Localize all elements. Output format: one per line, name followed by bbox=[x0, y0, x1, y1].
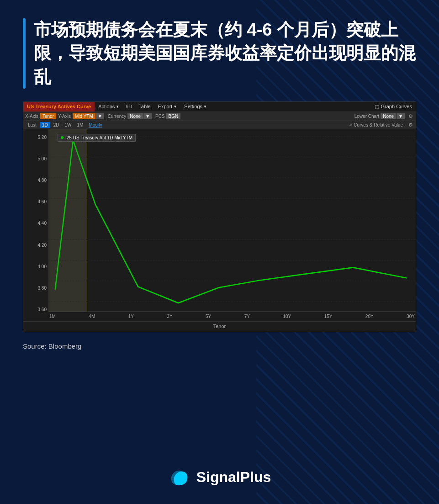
x-label-1y: 1Y bbox=[128, 314, 134, 319]
y-label-520: 5.20 bbox=[25, 135, 47, 140]
lower-chart-value[interactable]: None bbox=[381, 113, 396, 119]
page-title: 市场预期债务会在夏末（约 4-6 个月后）突破上限，导致短期美国国库券收益率定价… bbox=[34, 18, 416, 89]
y-label-420: 4.20 bbox=[25, 243, 47, 248]
x-label-4m: 4M bbox=[89, 314, 95, 319]
lower-chart-label: Lower Chart bbox=[354, 114, 379, 119]
modify-button[interactable]: Modify bbox=[87, 122, 104, 128]
x-label-15y: 15Y bbox=[324, 314, 333, 319]
export-button[interactable]: Export ▼ bbox=[154, 102, 181, 111]
y-label-480: 4.80 bbox=[25, 178, 47, 183]
tooltip-dot bbox=[61, 136, 63, 139]
x-label-1m: 1M bbox=[49, 314, 56, 319]
actions-button[interactable]: Actions ▼ bbox=[95, 102, 123, 111]
settings-arrow-icon: ▼ bbox=[203, 105, 207, 109]
settings-button[interactable]: Settings ▼ bbox=[180, 102, 211, 111]
signal-word: Signal bbox=[196, 469, 240, 485]
bgn-value[interactable]: BGN bbox=[166, 113, 181, 119]
y-axis: 5.20 5.00 4.80 4.60 4.40 4.20 4.00 3.80 … bbox=[23, 129, 48, 321]
y-label-380: 3.80 bbox=[25, 286, 47, 291]
x-label-5y: 5Y bbox=[206, 314, 211, 319]
x-label-7y: 7Y bbox=[244, 314, 250, 319]
toolbar2-right: Lower Chart None ▼ ⚙ bbox=[354, 113, 416, 119]
export-arrow-icon: ▼ bbox=[173, 105, 177, 109]
chart-tab-active[interactable]: US Treasury Actives Curve bbox=[23, 102, 95, 111]
y-label-400: 4.00 bbox=[25, 264, 47, 269]
bloomberg-chart: US Treasury Actives Curve Actions ▼ 9D T… bbox=[23, 101, 416, 332]
title-section: 市场预期债务会在夏末（约 4-6 个月后）突破上限，导致短期美国国库券收益率定价… bbox=[23, 18, 416, 89]
time-btn-1d[interactable]: 1D bbox=[40, 122, 50, 128]
xaxis-label: X-Axis bbox=[23, 114, 40, 119]
y-label-460: 4.60 bbox=[25, 199, 47, 204]
pcs-label: PCS bbox=[152, 114, 166, 119]
graph-curves-icon: ⬚ bbox=[375, 104, 379, 110]
x-label-20y: 20Y bbox=[365, 314, 374, 319]
footer: SignalSignalPlusPlus bbox=[23, 468, 416, 490]
chart-toolbar-row1: US Treasury Actives Curve Actions ▼ 9D T… bbox=[23, 102, 416, 112]
time-btn-2d[interactable]: 2D bbox=[52, 122, 61, 128]
chart-tooltip: I25 US Treasury Act 1D Mid YTM bbox=[58, 134, 136, 142]
gear-icon[interactable]: ⚙ bbox=[408, 113, 413, 119]
toolbar3-right: « Curves & Relative Value ⚙ bbox=[349, 122, 416, 128]
blue-border-decoration bbox=[23, 18, 26, 89]
chart-area: I25 US Treasury Act 1D Mid YTM bbox=[48, 129, 416, 321]
actions-arrow-icon: ▼ bbox=[116, 105, 119, 109]
x-label-10y: 10Y bbox=[283, 314, 291, 319]
y-label-440: 4.40 bbox=[25, 221, 47, 226]
time-btn-1w[interactable]: 1W bbox=[63, 122, 74, 128]
currency-dropdown[interactable]: ▼ bbox=[143, 113, 152, 119]
graph-curves-label: Graph Curves bbox=[381, 104, 412, 109]
time-btn-1m[interactable]: 1M bbox=[75, 122, 85, 128]
yaxis-dropdown[interactable]: ▼ bbox=[96, 113, 104, 119]
curves-gear-icon[interactable]: ⚙ bbox=[408, 122, 413, 128]
yield-curve-svg bbox=[48, 129, 416, 321]
x-axis-labels: 1M 4M 1Y 3Y 5Y 7Y 10Y 15Y 20Y 30Y bbox=[48, 314, 416, 319]
table-button[interactable]: Table bbox=[135, 102, 154, 111]
currency-label: Currency bbox=[104, 114, 128, 119]
xaxis-value[interactable]: Tenor bbox=[40, 113, 56, 119]
toolbar-90-label: 9D bbox=[123, 102, 135, 111]
yaxis-label: Y-Axis bbox=[56, 114, 73, 119]
x-label-3y: 3Y bbox=[167, 314, 172, 319]
toolbar-right: ⬚ Graph Curves bbox=[375, 102, 416, 111]
chart-x-title: Tenor bbox=[23, 321, 416, 332]
brand-name: SignalSignalPlusPlus bbox=[196, 469, 271, 486]
x-axis-bar: 1M 4M 1Y 3Y 5Y 7Y 10Y 15Y 20Y 30Y bbox=[48, 312, 416, 321]
signalplus-logo bbox=[168, 468, 190, 486]
x-label-30y: 30Y bbox=[407, 314, 415, 319]
chart-body: 5.20 5.00 4.80 4.60 4.40 4.20 4.00 3.80 … bbox=[23, 129, 416, 321]
chevron-left-icon[interactable]: « bbox=[349, 122, 352, 127]
y-label-500: 5.00 bbox=[25, 156, 47, 161]
tooltip-text: I25 US Treasury Act 1D Mid YTM bbox=[65, 135, 132, 140]
time-btn-last[interactable]: Last bbox=[26, 122, 38, 128]
curves-relative-label: Curves & Relative Value bbox=[354, 122, 403, 127]
y-label-360: 3.60 bbox=[25, 307, 47, 312]
currency-value[interactable]: None bbox=[127, 113, 143, 119]
chart-toolbar-row3: Last 1D 2D 1W 1M Modify « Curves & Relat… bbox=[23, 121, 416, 129]
source-line: Source: Bloomberg bbox=[23, 342, 416, 350]
lower-chart-dropdown[interactable]: ▼ bbox=[397, 113, 405, 119]
yaxis-value[interactable]: Mid YTM bbox=[73, 113, 95, 119]
chart-toolbar-row2: X-Axis Tenor Y-Axis Mid YTM ▼ Currency N… bbox=[23, 112, 416, 121]
